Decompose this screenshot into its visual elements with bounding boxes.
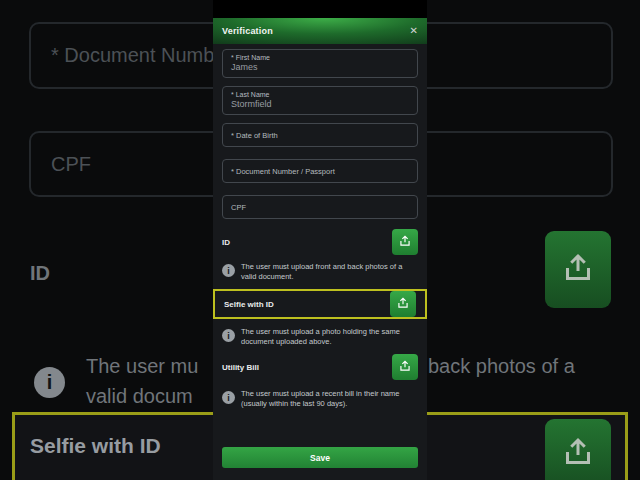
utility-bill-info-row: i The user must upload a recent bill in … (222, 389, 418, 409)
status-bar-area (213, 0, 427, 18)
screen: * Document Numb CPF ID i The user mu bac… (0, 0, 640, 480)
upload-icon (398, 359, 412, 376)
document-number-placeholder: * Document Number / Passport (231, 167, 335, 176)
selfie-upload-button[interactable] (390, 291, 416, 317)
id-info-text: The user must upload front and back phot… (241, 262, 415, 282)
utility-bill-upload-label: Utility Bill (222, 363, 259, 372)
utility-bill-upload-row: Utility Bill (222, 353, 418, 381)
first-name-field[interactable]: * First Name James (222, 49, 418, 78)
date-of-birth-field[interactable]: * Date of Birth (222, 123, 418, 147)
backdrop-info-text-line2: valid docum (86, 385, 193, 408)
id-upload-row: ID (222, 228, 418, 256)
modal-body: * First Name James * Last Name Stormfiel… (213, 44, 427, 480)
modal-title: Verification (222, 26, 273, 36)
backdrop-info-icon: i (34, 367, 65, 398)
verification-modal: Verification ✕ * First Name James * Last… (213, 18, 427, 480)
utility-bill-upload-button[interactable] (392, 354, 418, 380)
info-icon: i (222, 391, 235, 404)
backdrop-info-text-left: The user mu (86, 355, 198, 378)
selfie-upload-label: Selfie with ID (224, 300, 274, 309)
backdrop-info-text-right: back photos of a (428, 355, 575, 378)
last-name-field[interactable]: * Last Name Stormfield (222, 86, 418, 115)
upload-icon (396, 296, 410, 313)
save-button[interactable]: Save (222, 447, 418, 468)
first-name-label: * First Name (231, 53, 409, 62)
selfie-upload-row-highlighted: Selfie with ID (213, 289, 427, 319)
id-info-row: i The user must upload front and back ph… (222, 262, 418, 282)
backdrop-cpf-field-text: CPF (51, 153, 91, 176)
cpf-placeholder: CPF (231, 203, 246, 212)
backdrop-upload-button-selfie (545, 419, 611, 480)
id-upload-label: ID (222, 238, 230, 247)
id-upload-button[interactable] (392, 229, 418, 255)
cpf-field[interactable]: CPF (222, 195, 418, 219)
info-icon: i (222, 264, 235, 277)
modal-header: Verification ✕ (213, 18, 427, 44)
document-number-field[interactable]: * Document Number / Passport (222, 159, 418, 183)
upload-icon (560, 250, 596, 290)
info-icon: i (222, 329, 235, 342)
backdrop-selfie-label: Selfie with ID (30, 434, 161, 458)
date-of-birth-placeholder: * Date of Birth (231, 131, 278, 140)
upload-icon (398, 234, 412, 251)
backdrop-id-label: ID (30, 262, 50, 285)
close-icon[interactable]: ✕ (410, 26, 418, 36)
utility-bill-info-text: The user must upload a recent bill in th… (241, 389, 415, 409)
last-name-value: Stormfield (231, 99, 409, 110)
backdrop-upload-button-id (545, 231, 611, 308)
selfie-info-text: The user must upload a photo holding the… (241, 327, 415, 347)
first-name-value: James (231, 62, 409, 73)
last-name-label: * Last Name (231, 90, 409, 99)
upload-icon (560, 434, 596, 474)
selfie-info-row: i The user must upload a photo holding t… (222, 327, 418, 347)
backdrop-document-field-text: * Document Numb (51, 44, 214, 67)
